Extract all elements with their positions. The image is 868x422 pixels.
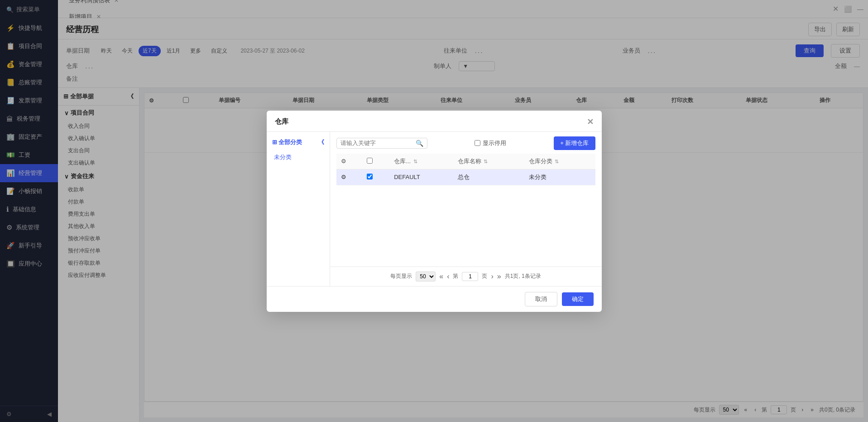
row-name: 总仓 bbox=[453, 169, 524, 185]
modal-col-settings[interactable]: ⚙ bbox=[336, 154, 363, 170]
show-disabled-checkbox: 显示停用 bbox=[475, 139, 506, 147]
cancel-button[interactable]: 取消 bbox=[525, 292, 557, 306]
modal-total-info: 共1页, 1条记录 bbox=[505, 272, 541, 280]
modal-table: ⚙仓库... ⇅仓库名称 ⇅仓库分类 ⇅ ⚙ DEFAULT 总仓 未分类 bbox=[336, 154, 595, 185]
modal-category-未分类[interactable]: 未分类 bbox=[267, 150, 330, 165]
add-warehouse-button[interactable]: + 新增仓库 bbox=[554, 136, 595, 150]
modal-col-warehouse-category: 仓库分类 ⇅ bbox=[524, 154, 595, 170]
modal-select-all[interactable] bbox=[367, 158, 373, 164]
modal-jump-label: 第 bbox=[453, 272, 458, 280]
show-disabled-label: 显示停用 bbox=[483, 139, 506, 147]
modal-footer: 取消 确定 bbox=[267, 286, 602, 312]
modal-per-page-label: 每页显示 bbox=[390, 272, 412, 280]
modal-table-body: ⚙ DEFAULT 总仓 未分类 bbox=[336, 169, 595, 185]
modal-prev-btn[interactable]: ‹ bbox=[447, 272, 449, 281]
modal-pagination: 每页显示 50 « ‹ 第 页 › » 共1页, 1条记录 bbox=[330, 267, 602, 286]
row-category: 未分类 bbox=[524, 169, 595, 185]
modal-table-container: ⚙仓库... ⇅仓库名称 ⇅仓库分类 ⇅ ⚙ DEFAULT 总仓 未分类 bbox=[330, 154, 602, 267]
confirm-button[interactable]: 确定 bbox=[562, 292, 594, 306]
modal-col-warehouse-code: 仓库... ⇅ bbox=[389, 154, 453, 170]
modal-close-button[interactable]: ✕ bbox=[587, 117, 594, 127]
modal-first-btn[interactable]: « bbox=[439, 272, 443, 281]
modal-toolbar: 🔍 显示停用 + 新增仓库 bbox=[330, 132, 602, 154]
modal-col-checkbox[interactable] bbox=[362, 154, 389, 170]
modal-next-btn[interactable]: › bbox=[491, 272, 493, 281]
row-checkbox[interactable] bbox=[362, 169, 389, 185]
modal-search-box: 🔍 bbox=[336, 138, 427, 149]
modal-search-input[interactable] bbox=[340, 140, 413, 146]
modal-collapse-icon[interactable]: 《 bbox=[318, 138, 324, 146]
modal-left-header: ⊞ 全部分类 《 bbox=[267, 136, 330, 150]
modal-col-warehouse-name: 仓库名称 ⇅ bbox=[453, 154, 524, 170]
modal-per-page-select[interactable]: 50 bbox=[416, 272, 436, 281]
modal-table-head: ⚙仓库... ⇅仓库名称 ⇅仓库分类 ⇅ bbox=[336, 154, 595, 170]
modal-body: ⊞ 全部分类 《 未分类 🔍 显示停用 + 新增仓库 bbox=[267, 132, 602, 286]
all-categories-label: ⊞ 全部分类 bbox=[272, 138, 302, 146]
modal-page-input[interactable] bbox=[462, 272, 478, 281]
modal-header: 仓库 ✕ bbox=[267, 111, 602, 132]
row-check-1[interactable] bbox=[367, 174, 373, 179]
modal-right-panel: 🔍 显示停用 + 新增仓库 ⚙仓库... ⇅仓库名称 ⇅仓库分类 ⇅ ⚙ DEF… bbox=[330, 132, 602, 286]
modal-category-list: 未分类 bbox=[267, 150, 330, 165]
disabled-checkbox[interactable] bbox=[475, 140, 480, 146]
grid-icon-modal: ⊞ bbox=[272, 139, 279, 146]
modal-page-label: 页 bbox=[482, 272, 487, 280]
modal-left-panel: ⊞ 全部分类 《 未分类 bbox=[267, 132, 330, 286]
modal-table-row[interactable]: ⚙ DEFAULT 总仓 未分类 bbox=[336, 169, 595, 185]
row-code: DEFAULT bbox=[389, 169, 453, 185]
row-settings[interactable]: ⚙ bbox=[336, 169, 363, 185]
modal-title: 仓库 bbox=[275, 117, 288, 126]
modal-last-btn[interactable]: » bbox=[497, 272, 501, 281]
warehouse-modal: 仓库 ✕ ⊞ 全部分类 《 未分类 🔍 bbox=[267, 111, 602, 312]
modal-search-icon: 🔍 bbox=[416, 140, 423, 147]
